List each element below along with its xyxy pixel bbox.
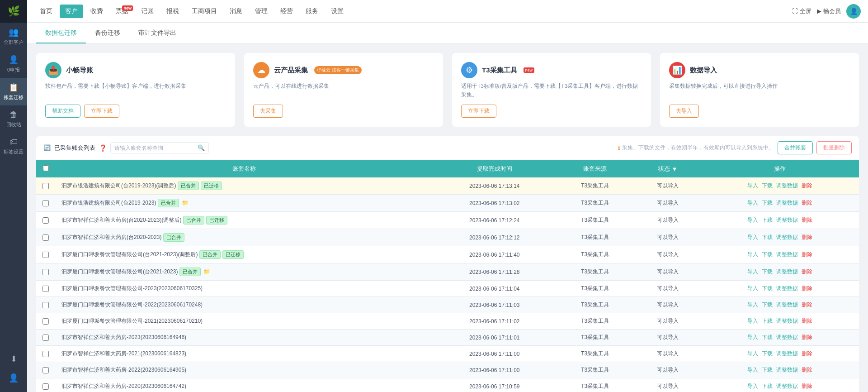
action-调整数据[interactable]: 调整数据: [776, 234, 798, 240]
action-下载[interactable]: 下载: [762, 234, 773, 240]
action-调整数据[interactable]: 调整数据: [776, 383, 798, 389]
action-下载[interactable]: 下载: [762, 200, 773, 206]
action-导入[interactable]: 导入: [747, 200, 758, 206]
action-调整数据[interactable]: 调整数据: [776, 251, 798, 258]
sidebar-item-all-clients[interactable]: 👥 全部客户: [0, 23, 27, 50]
row-checkbox[interactable]: [42, 351, 49, 357]
action-导入[interactable]: 导入: [747, 217, 758, 223]
action-删除[interactable]: 删除: [802, 301, 812, 308]
search-icon[interactable]: 🔍: [198, 144, 205, 151]
action-导入[interactable]: 导入: [747, 367, 758, 373]
action-删除[interactable]: 删除: [802, 367, 812, 373]
nav-tax[interactable]: 报税: [161, 5, 184, 18]
nav-bookkeeping[interactable]: 记账: [136, 5, 159, 18]
action-删除[interactable]: 删除: [802, 334, 812, 340]
avatar[interactable]: 👤: [846, 4, 861, 19]
row-checkbox[interactable]: [42, 318, 49, 325]
nav-home[interactable]: 首页: [34, 5, 58, 18]
row-checkbox[interactable]: [42, 217, 49, 224]
action-导入[interactable]: 导入: [747, 182, 758, 189]
action-删除[interactable]: 删除: [802, 383, 812, 389]
nav-operation[interactable]: 经营: [275, 5, 298, 18]
row-checkbox[interactable]: [42, 383, 49, 390]
nav-invoices[interactable]: 票据new: [110, 5, 134, 18]
action-下载[interactable]: 下载: [762, 350, 773, 357]
row-checkbox[interactable]: [42, 286, 49, 292]
action-调整数据[interactable]: 调整数据: [776, 350, 798, 357]
action-导入[interactable]: 导入: [747, 251, 758, 258]
row-checkbox[interactable]: [42, 269, 49, 275]
select-all-checkbox[interactable]: [43, 165, 49, 171]
action-调整数据[interactable]: 调整数据: [776, 334, 798, 340]
action-删除[interactable]: 删除: [802, 350, 812, 357]
action-调整数据[interactable]: 调整数据: [776, 318, 798, 324]
row-checkbox[interactable]: [42, 200, 49, 206]
action-删除[interactable]: 删除: [802, 285, 812, 292]
nav-manage[interactable]: 管理: [250, 5, 273, 18]
sidebar-item-recycle[interactable]: 🗑 回收站: [0, 105, 27, 133]
help-circle-icon[interactable]: ❓: [99, 144, 107, 152]
t3-download-button[interactable]: 立即下载: [461, 105, 496, 118]
action-导入[interactable]: 导入: [747, 234, 758, 240]
nav-clients[interactable]: 客户: [60, 5, 83, 18]
action-删除[interactable]: 删除: [802, 200, 812, 206]
row-checkbox[interactable]: [42, 234, 49, 241]
nav-industry[interactable]: 工商项目: [186, 5, 222, 18]
row-checkbox[interactable]: [42, 367, 49, 373]
sidebar-item-tag-settings[interactable]: 🏷 标签设置: [0, 133, 27, 160]
row-checkbox[interactable]: [42, 183, 49, 189]
sidebar-item-user[interactable]: 👤: [0, 368, 27, 387]
action-删除[interactable]: 删除: [802, 182, 812, 189]
action-删除[interactable]: 删除: [802, 234, 812, 240]
action-调整数据[interactable]: 调整数据: [776, 301, 798, 308]
action-调整数据[interactable]: 调整数据: [776, 182, 798, 189]
search-input[interactable]: [114, 145, 196, 151]
action-下载[interactable]: 下载: [762, 268, 773, 275]
sidebar-item-zero-report[interactable]: 👤 0申报: [0, 50, 27, 78]
nav-service[interactable]: 服务: [300, 5, 324, 18]
action-删除[interactable]: 删除: [802, 251, 812, 258]
sidebar-item-account-migration[interactable]: 📋 账套迁移: [0, 78, 27, 105]
fullscreen-button[interactable]: ⛶ 全屏: [792, 7, 811, 15]
action-导入[interactable]: 导入: [747, 285, 758, 292]
nav-messages[interactable]: 消息: [224, 5, 248, 18]
action-调整数据[interactable]: 调整数据: [776, 285, 798, 292]
action-下载[interactable]: 下载: [762, 251, 773, 258]
action-下载[interactable]: 下载: [762, 318, 773, 324]
th-status[interactable]: 状态 ▼: [635, 160, 701, 177]
sidebar-item-download[interactable]: ⬇: [0, 349, 27, 368]
nav-fees[interactable]: 收费: [85, 5, 108, 18]
action-导入[interactable]: 导入: [747, 318, 758, 324]
action-删除[interactable]: 删除: [802, 318, 812, 324]
folder-icon[interactable]: 📁: [203, 268, 210, 275]
action-调整数据[interactable]: 调整数据: [776, 268, 798, 275]
action-下载[interactable]: 下载: [762, 383, 773, 389]
help-doc-button[interactable]: 帮助文档: [45, 105, 80, 118]
subtab-backup-migration[interactable]: 备份迁移: [86, 23, 129, 43]
action-导入[interactable]: 导入: [747, 383, 758, 389]
go-collect-button[interactable]: 去采集: [253, 105, 283, 118]
action-下载[interactable]: 下载: [762, 285, 773, 292]
action-删除[interactable]: 删除: [802, 268, 812, 275]
action-下载[interactable]: 下载: [762, 301, 773, 308]
row-checkbox[interactable]: [42, 335, 49, 341]
action-导入[interactable]: 导入: [747, 350, 758, 357]
action-下载[interactable]: 下载: [762, 182, 773, 189]
subtab-audit-export[interactable]: 审计文件导出: [129, 23, 185, 43]
subtab-data-migration[interactable]: 数据包迁移: [36, 23, 86, 43]
action-调整数据[interactable]: 调整数据: [776, 217, 798, 223]
folder-icon[interactable]: 📁: [182, 200, 189, 206]
batch-delete-button[interactable]: 批量删除: [816, 141, 852, 154]
member-button[interactable]: ▶ 畅会员: [817, 7, 841, 15]
action-导入[interactable]: 导入: [747, 301, 758, 308]
action-调整数据[interactable]: 调整数据: [776, 367, 798, 373]
action-导入[interactable]: 导入: [747, 334, 758, 340]
go-import-button[interactable]: 去导入: [669, 105, 699, 118]
action-下载[interactable]: 下载: [762, 334, 773, 340]
refresh-icon[interactable]: 🔄: [43, 144, 51, 151]
nav-settings[interactable]: 设置: [326, 5, 349, 18]
action-导入[interactable]: 导入: [747, 268, 758, 275]
row-checkbox[interactable]: [42, 302, 49, 308]
download-now-button[interactable]: 立即下载: [84, 105, 119, 118]
merge-accounts-button[interactable]: 合并账套: [778, 141, 813, 154]
